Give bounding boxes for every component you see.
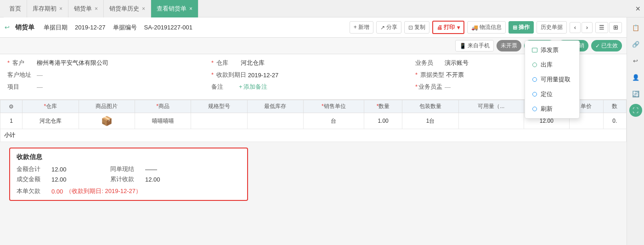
doc-type-label: 销货单 xyxy=(15,23,34,32)
effect-button[interactable]: ✓ 已生效 xyxy=(591,40,622,51)
warehouse-value: 河北仓库 xyxy=(241,59,265,67)
col-spec: 规格型号 xyxy=(191,100,247,113)
same-order-label: 同单现结 xyxy=(110,165,142,173)
tab-close-sales[interactable]: × xyxy=(95,6,98,12)
col-image: 商品图片 xyxy=(79,100,135,113)
grid-icon: ⊞ xyxy=(513,24,517,31)
truck-icon: 🚚 xyxy=(471,24,478,31)
add-invoice-icon xyxy=(531,47,538,53)
bottom-section: 收款信息 金额合计 12.00 同单现结 —— 成交金额 12.00 xyxy=(0,142,627,206)
new-button[interactable]: + 新增 xyxy=(350,21,373,34)
copy-button[interactable]: ⊡ 复制 xyxy=(404,21,429,34)
col-other: 数 xyxy=(603,100,626,113)
list-view-button[interactable]: ☰ xyxy=(595,22,608,33)
copy-icon: ⊡ xyxy=(408,24,413,31)
share-button[interactable]: ↗ 分享 xyxy=(376,21,401,34)
tab-sales-order[interactable]: 销货单 × xyxy=(68,0,104,17)
dropdown-available-qty[interactable]: 可用量提取 xyxy=(525,72,579,87)
salesperson-label: 业务员盂 xyxy=(415,83,443,91)
subtotal-label: 小计 xyxy=(0,129,627,142)
sidebar-icon-refresh[interactable]: 🔄 xyxy=(629,87,642,100)
note-field: 备注 添加备注 xyxy=(211,83,415,91)
staff-value: 演示账号 xyxy=(445,59,469,67)
payment-info-rows: 金额合计 12.00 同单现结 —— 成交金额 12.00 累计收款 12.00 xyxy=(17,165,241,195)
print-button[interactable]: 🖨 打印 ▾ xyxy=(432,21,464,34)
window-close-button[interactable]: × xyxy=(635,0,640,17)
unchecked-button[interactable]: 未开票 xyxy=(497,40,521,51)
address-field: 客户地址 — xyxy=(7,71,211,79)
payment-info-box: 收款信息 金额合计 12.00 同单现结 —— 成交金额 12.00 xyxy=(9,148,248,201)
sidebar-icon-expand[interactable]: ⛶ xyxy=(629,104,642,117)
col-pkg: 包装数量 xyxy=(402,100,458,113)
amount-label: 金额合计 xyxy=(17,165,49,173)
locate-icon xyxy=(531,91,538,97)
tab-sales-history[interactable]: 销货单历史 × xyxy=(104,0,151,17)
deal-row: 成交金额 12.00 xyxy=(17,175,108,183)
logistics-button[interactable]: 🚚 物流信息 xyxy=(467,21,506,34)
row-num: 1 xyxy=(0,113,23,129)
dropdown-outbound[interactable]: 出库 xyxy=(525,57,579,72)
dropdown-locate[interactable]: 定位 xyxy=(525,87,579,102)
history-button[interactable]: 历史单据 xyxy=(537,21,567,34)
ticket-label: 票据类型 xyxy=(415,71,444,79)
dropdown-refresh[interactable]: 刷新 xyxy=(525,102,579,116)
view-toggle: ☰ ⊞ xyxy=(595,22,622,33)
ticket-value: 不开票 xyxy=(446,71,464,79)
next-button[interactable]: › xyxy=(582,22,593,33)
dropdown-add-invoice[interactable]: 添发票 xyxy=(525,43,579,57)
tab-bar: 首页 库存期初 × 销货单 × 销货单历史 × 查看销货单 × × xyxy=(0,0,644,17)
sidebar: 📋 🔗 ↩ 👤 🔄 ⛶ xyxy=(627,17,644,245)
same-order-row: 同单现结 —— xyxy=(110,165,211,173)
row-qty: 1.00 xyxy=(364,113,402,129)
subtotal-row: 小计 xyxy=(0,129,627,142)
balance-note: （收款到期日: 2019-12-27） xyxy=(66,187,141,195)
operate-button[interactable]: ⊞ 操作 xyxy=(508,21,534,34)
address-value: — xyxy=(37,72,43,79)
project-value: — xyxy=(37,84,43,91)
row-spec xyxy=(191,113,247,129)
deal-label: 成交金额 xyxy=(17,175,49,183)
row-available xyxy=(458,113,524,129)
prev-button[interactable]: ‹ xyxy=(570,22,581,33)
col-unit: *销售单位 xyxy=(304,100,364,113)
sidebar-icon-return[interactable]: ↩ xyxy=(629,54,642,67)
ticket-field: 票据类型 不开票 xyxy=(415,71,619,79)
sidebar-icon-user[interactable]: 👤 xyxy=(629,71,642,84)
project-field: 项目 — xyxy=(7,83,211,91)
grid-view-button[interactable]: ⊞ xyxy=(609,22,622,33)
add-note-button[interactable]: 添加备注 xyxy=(239,83,267,91)
col-qty: *数量 xyxy=(364,100,402,113)
nav-arrows: ‹ › xyxy=(570,22,593,33)
outbound-icon xyxy=(531,62,538,68)
tab-home[interactable]: 首页 xyxy=(4,0,27,17)
staff-field: 业务员 演示账号 xyxy=(415,59,619,67)
sidebar-icon-link[interactable]: 🔗 xyxy=(629,38,642,51)
staff-label: 业务员 xyxy=(415,59,443,67)
print-dropdown-arrow[interactable]: ▾ xyxy=(457,24,460,31)
salesperson-field: 业务员盂 — xyxy=(415,83,619,91)
operate-dropdown: 添发票 出库 可用量提取 定位 刷新 xyxy=(525,40,580,119)
row-unit: 台 xyxy=(304,113,364,129)
tab-close-inventory[interactable]: × xyxy=(59,6,62,12)
tab-inventory-init[interactable]: 库存期初 × xyxy=(27,0,68,17)
doc-info: 单据日期 2019-12-27 单据编号 SA-20191227-001 xyxy=(44,23,192,32)
deal-value: 12.00 xyxy=(51,176,67,183)
date-label: 单据日期 xyxy=(44,23,68,32)
balance-value: 0.00 xyxy=(51,188,63,195)
customer-field: 客户 柳州粤港平安气体有限公司 xyxy=(7,59,211,67)
balance-row: 本单欠款 0.00 （收款到期日: 2019-12-27） xyxy=(17,187,211,195)
col-available: 可用量（... xyxy=(458,100,524,113)
print-icon: 🖨 xyxy=(437,24,442,31)
tab-close-view[interactable]: × xyxy=(189,6,192,12)
number-label: 单据编号 xyxy=(113,23,137,32)
number-value: SA-20191227-001 xyxy=(144,24,193,31)
row-min-stock xyxy=(247,113,303,129)
tab-view-sales[interactable]: 查看销货单 × xyxy=(151,0,198,17)
amount-value: 12.00 xyxy=(51,166,67,173)
sidebar-icon-doc[interactable]: 📋 xyxy=(629,21,642,34)
col-warehouse: *仓库 xyxy=(23,100,79,113)
from-phone-button[interactable]: 📱 来自手机 xyxy=(455,40,494,51)
cumulative-label: 累计收款 xyxy=(110,175,142,183)
tab-close-history[interactable]: × xyxy=(142,6,145,12)
cumulative-value: 12.00 xyxy=(145,176,160,183)
